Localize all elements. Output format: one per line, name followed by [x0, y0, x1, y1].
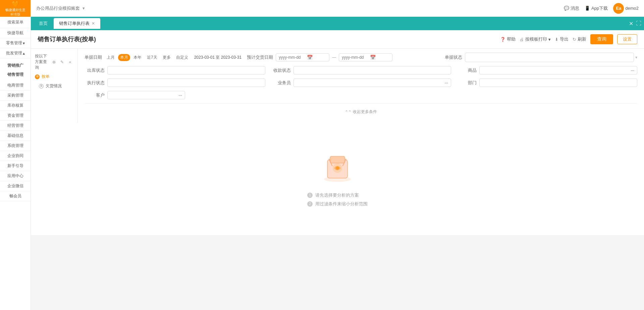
sidebar-item-sales-mgmt[interactable]: 销售管理: [2, 70, 29, 79]
sidebar-item-new-guide[interactable]: 新手引导: [0, 161, 31, 171]
collection-status-select[interactable]: [293, 66, 451, 74]
tab-sales-order-exec[interactable]: 销售订单执行表 ✕: [54, 18, 100, 29]
sidebar-section-marketing: 营销推广 销售管理: [0, 58, 31, 81]
sidebar-item-retail-mgmt[interactable]: 零售管理 ▾: [0, 38, 31, 48]
expected-date-end-input[interactable]: [342, 55, 369, 60]
sidebar-item-wholesale-mgmt[interactable]: 批发管理 ▴: [0, 48, 31, 58]
query-btn[interactable]: 查询: [590, 34, 613, 44]
empty-steps: 1 请先选择要分析的方案 2 用过滤条件来缩小分析范围: [307, 191, 368, 208]
date-this-month[interactable]: 本月: [118, 54, 130, 61]
scheme-add-btn[interactable]: ⊕: [51, 59, 57, 65]
salesperson-label: 业务员: [271, 80, 291, 86]
module-dropdown-icon[interactable]: ▾: [83, 6, 85, 11]
customer-dots-icon: ···: [178, 93, 182, 98]
edit-icon: ✎: [60, 60, 64, 64]
date-custom[interactable]: 自定义: [174, 54, 190, 61]
logo-text: 畅捷通好生意: [5, 8, 25, 12]
sidebar-item-enterprise-wechat[interactable]: 企业微信: [0, 181, 31, 191]
date-last-month[interactable]: 上月: [105, 54, 117, 61]
goods-field: 商品 ···: [457, 66, 637, 74]
order-status-group: 单据状态 ▾: [445, 53, 637, 62]
scheme-panel: 按以下方案查询 ⊕ ✎ « 单 按单: [31, 49, 78, 123]
out-status-select[interactable]: [107, 66, 265, 74]
avatar: Ea: [613, 3, 624, 14]
svg-rect-2: [330, 156, 345, 163]
out-status-field: 出库状态: [85, 66, 265, 74]
date-this-year[interactable]: 本年: [131, 54, 144, 61]
exec-status-label: 执行状态: [85, 80, 105, 86]
sidebar-item-member[interactable]: 畅会员: [0, 191, 31, 201]
calendar-start-icon[interactable]: 📅: [307, 55, 313, 60]
filter-row-4: 客户 ···: [85, 91, 637, 99]
goods-dots-icon: ···: [631, 68, 634, 73]
scheme-collapse-btn[interactable]: «: [67, 59, 73, 65]
svg-point-4: [336, 166, 339, 170]
template-print-btn[interactable]: 🖨 按模板打印 ▾: [520, 36, 551, 42]
empty-svg-icon: [317, 150, 358, 183]
sidebar-item-app-center[interactable]: 应用中心: [0, 171, 31, 181]
module-name: 办公用品行业模拟账套: [36, 5, 80, 11]
dept-select[interactable]: [479, 79, 637, 87]
sidebar-item-sys[interactable]: 系统管理: [0, 141, 31, 151]
scheme-edit-btn[interactable]: ✎: [59, 59, 65, 65]
settings-btn[interactable]: 设置: [617, 34, 637, 44]
customer-input[interactable]: ···: [107, 91, 185, 99]
sidebar-item-basic[interactable]: 基础信息: [0, 131, 31, 141]
page-header: 销售订单执行表(按单) ❓ 帮助 🖨 按模板打印 ▾ ⬇ 导出 ↻ 刷新: [31, 30, 644, 49]
chevron-down-icon: ▾: [23, 41, 25, 46]
salesperson-dots-icon: ···: [444, 80, 448, 85]
empty-hint-2: 用过滤条件来缩小分析范围: [315, 200, 368, 208]
home-label: 首页: [39, 20, 48, 27]
expected-date-start-input[interactable]: [279, 55, 306, 60]
sidebar-item-inventory[interactable]: 库存核算: [0, 101, 31, 111]
user-menu[interactable]: Ea demo2: [613, 3, 639, 14]
chevron-up-icon: ▴: [23, 51, 25, 56]
out-status-label: 出库状态: [85, 67, 105, 73]
sidebar-item-ops[interactable]: 经营管理: [0, 121, 31, 131]
date-filter-group: 单据日期 上月 本月 本年 近7天 更多 自定义 2023-03-01 至: [85, 54, 241, 61]
date-sep: —: [332, 55, 336, 60]
tab-close-icon[interactable]: ✕: [92, 21, 95, 26]
date-more[interactable]: 更多: [161, 54, 173, 61]
exec-status-select[interactable]: [107, 79, 265, 87]
refresh-btn[interactable]: ↻ 刷新: [573, 36, 586, 42]
customer-field: 客户 ···: [85, 91, 185, 99]
tab-home[interactable]: 首页: [34, 18, 53, 29]
dept-field: 部门: [457, 79, 637, 87]
sidebar-item-finance[interactable]: 资金管理: [0, 111, 31, 121]
app-download-btn[interactable]: 📱 App下载: [585, 5, 608, 11]
collapse-up-icon: ⌃⌃: [345, 110, 352, 114]
order-status-select[interactable]: [465, 53, 634, 62]
sidebar-item-ecommerce[interactable]: 电商管理: [0, 81, 31, 91]
scheme-panel-header: 按以下方案查询 ⊕ ✎ «: [31, 52, 77, 72]
scheme-item-backorder[interactable]: 欠 欠货情况: [31, 82, 77, 91]
collapse-btn[interactable]: ⌃⌃ 收起更多条件: [85, 107, 637, 117]
app-logo[interactable]: 🧡 畅捷通好生意 标准版: [0, 0, 31, 17]
date-last-7days[interactable]: 近7天: [145, 54, 159, 61]
logo-icon: 🧡: [12, 0, 19, 8]
step-2-num: 2: [307, 201, 313, 207]
tabbar-right: ✕ ⛶: [629, 20, 641, 27]
collapse-row: ⌃⌃ 收起更多条件: [85, 103, 637, 119]
scheme-item-by-order[interactable]: 单 按单: [31, 72, 77, 82]
tab-sales-order-exec-label: 销售订单执行表: [59, 20, 90, 27]
tab-close-window-icon[interactable]: ✕: [629, 20, 633, 27]
empty-illustration: [317, 150, 358, 184]
sidebar-item-quick-nav[interactable]: 快捷导航: [0, 28, 31, 38]
calendar-end-icon[interactable]: 📅: [370, 55, 376, 60]
dept-label: 部门: [457, 80, 477, 86]
sidebar-item-marketing[interactable]: 营销推广: [2, 61, 29, 70]
topbar-left: 办公用品行业模拟账套 ▾: [36, 5, 85, 11]
export-btn[interactable]: ⬇ 导出: [555, 36, 569, 42]
expected-date-start-wrap: 📅: [276, 53, 329, 61]
filter-panel: 单据日期 上月 本月 本年 近7天 更多 自定义 2023-03-01 至: [78, 49, 644, 123]
salesperson-input[interactable]: ···: [293, 79, 451, 87]
help-btn[interactable]: ❓ 帮助: [500, 36, 516, 42]
message-btn[interactable]: 💬 消息: [564, 5, 579, 11]
sidebar-item-search[interactable]: 搜索菜单: [0, 17, 31, 28]
sidebar-item-enterprise-coop[interactable]: 企业协同: [0, 151, 31, 161]
goods-input[interactable]: ···: [479, 66, 637, 74]
customer-label: 客户: [85, 92, 105, 98]
sidebar-item-purchase[interactable]: 采购管理: [0, 91, 31, 101]
tab-maximize-icon[interactable]: ⛶: [636, 20, 641, 27]
